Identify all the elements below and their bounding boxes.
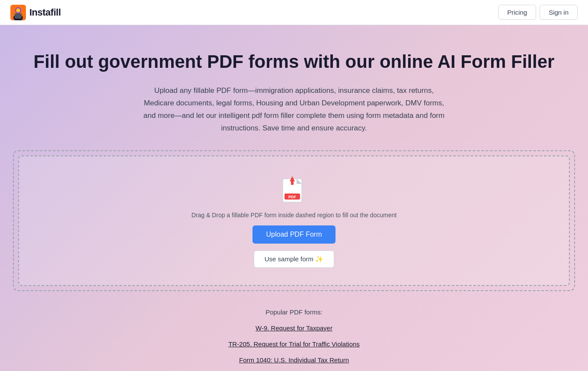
pdf-icon-svg: PDF	[281, 174, 307, 204]
popular-form-link-0[interactable]: W-9. Request for Taxpayer	[256, 324, 332, 332]
signin-button[interactable]: Sign in	[540, 5, 578, 20]
hero-title: Fill out government PDF forms with our o…	[34, 51, 555, 73]
drag-drop-text: Drag & Drop a fillable PDF form inside d…	[192, 212, 397, 219]
logo: Instafill	[10, 5, 61, 20]
nav-buttons: Pricing Sign in	[498, 5, 578, 20]
sample-form-button[interactable]: Use sample form ✨	[254, 251, 335, 268]
main-content: Fill out government PDF forms with our o…	[0, 25, 588, 371]
upload-drop-zone[interactable]: PDF Drag & Drop a fillable PDF form insi…	[18, 155, 570, 286]
popular-form-link-2[interactable]: Form 1040: U.S. Individual Tax Return	[239, 356, 349, 364]
popular-forms-section: Popular PDF forms: W-9. Request for Taxp…	[17, 308, 571, 371]
upload-button[interactable]: Upload PDF Form	[252, 225, 336, 244]
header: Instafill Pricing Sign in	[0, 0, 588, 25]
logo-text: Instafill	[29, 7, 61, 18]
pricing-button[interactable]: Pricing	[498, 5, 536, 20]
svg-text:PDF: PDF	[288, 195, 297, 199]
svg-rect-4	[15, 13, 22, 19]
logo-avatar	[10, 5, 26, 20]
upload-outer-border: PDF Drag & Drop a fillable PDF form insi…	[13, 150, 575, 291]
svg-point-3	[16, 8, 20, 13]
popular-form-link-1[interactable]: TR-205. Request for Trial for Traffic Vi…	[228, 340, 360, 348]
logo-image	[10, 5, 26, 20]
hero-description: Upload any fillable PDF form—immigration…	[138, 85, 450, 135]
pdf-upload-icon: PDF	[280, 174, 308, 205]
popular-forms-label: Popular PDF forms:	[265, 308, 323, 316]
